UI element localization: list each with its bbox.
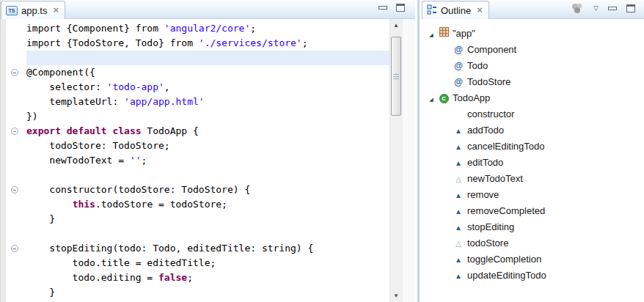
code-line[interactable]: todo.editing = false; — [6, 270, 389, 285]
outline-tab[interactable]: Outline × — [422, 1, 489, 19]
outline-item[interactable]: @Todo — [422, 57, 644, 73]
outline-item-label: addTodo — [466, 125, 504, 136]
code-line-text: import {Component} from 'angular2/core'; — [26, 21, 389, 36]
outline-item[interactable]: ▲stopEditing — [422, 218, 644, 235]
outline-item-label: removeCompleted — [466, 205, 545, 216]
gutter — [6, 168, 26, 183]
outline-item[interactable]: @TodoStore — [422, 73, 644, 89]
code-line-text: @Component({ — [26, 65, 389, 80]
gutter — [6, 139, 26, 153]
outline-item[interactable]: constructor — [422, 106, 644, 122]
ide-window: TS app.ts × import {Component} from 'ang… — [0, 0, 644, 302]
outline-item[interactable]: ▲addTodo — [422, 122, 644, 138]
outline-item[interactable]: △todoStore — [422, 235, 644, 251]
gutter — [6, 197, 26, 212]
maximize-icon[interactable] — [396, 4, 405, 12]
gutter — [6, 270, 26, 285]
collapse-fold-icon[interactable] — [11, 128, 18, 135]
annotation-icon: @ — [454, 45, 463, 55]
method-icon: ▲ — [455, 191, 462, 199]
method-icon: ▲ — [455, 127, 462, 135]
editor-panel: TS app.ts × import {Component} from 'ang… — [0, 0, 415, 302]
code-line[interactable]: stopEditing(todo: Todo, editedTitle: str… — [6, 241, 389, 256]
panel-splitter[interactable] — [415, 0, 422, 302]
vertical-scrollbar[interactable]: ▲ ▼ — [389, 19, 402, 302]
code-area[interactable]: import {Component} from 'angular2/core';… — [6, 19, 389, 302]
method-icon: ▲ — [455, 272, 462, 280]
outline-toolbar: ▽ — [571, 3, 635, 14]
code-line[interactable] — [6, 168, 389, 183]
outline-item-label: stopEditing — [466, 221, 514, 232]
code-line-text: stopEditing(todo: Todo, editedTitle: str… — [26, 241, 389, 256]
outline-item-label: newTodoText — [466, 173, 523, 184]
scrollbar-thumb[interactable] — [391, 37, 401, 116]
outline-item-label: cancelEditingTodo — [466, 141, 545, 152]
outline-item-label: Todo — [466, 60, 488, 71]
outline-item[interactable]: ◢CTodoApp — [422, 89, 644, 106]
code-line[interactable]: todoStore: TodoStore; — [6, 139, 389, 153]
code-line[interactable]: selector: 'todo-app', — [6, 80, 389, 95]
code-line-text — [26, 226, 389, 241]
code-line-text: } — [26, 285, 389, 300]
outline-tree: ◢"app"@Component@Todo@TodoStore◢CTodoApp… — [422, 19, 644, 302]
outline-item[interactable]: ▲updateEditingTodo — [422, 267, 644, 283]
code-line[interactable]: todo.title = editedTitle; — [6, 256, 389, 270]
maximize-icon[interactable] — [626, 4, 635, 12]
outline-item[interactable]: ▲cancelEditingTodo — [422, 138, 644, 154]
code-line[interactable]: }) — [6, 109, 389, 124]
code-line-text — [26, 51, 389, 65]
outline-item[interactable]: △newTodoText — [422, 170, 644, 186]
code-line[interactable]: templateUrl: 'app/app.html' — [6, 95, 389, 109]
code-line[interactable]: } — [6, 212, 389, 226]
scroll-down-icon[interactable]: ▼ — [390, 290, 402, 302]
outline-header: Outline × ▽ — [422, 0, 644, 19]
outline-item[interactable]: ▲remove — [422, 186, 644, 202]
collapse-fold-icon[interactable] — [11, 69, 18, 76]
close-icon[interactable]: × — [477, 6, 483, 15]
gutter — [6, 80, 26, 95]
field-icon: △ — [455, 175, 461, 183]
gutter — [6, 285, 26, 300]
code-line[interactable]: } — [6, 285, 389, 300]
editor-window-controls — [378, 4, 405, 12]
outline-item[interactable]: ◢"app" — [422, 25, 644, 41]
code-line[interactable]: import {Component} from 'angular2/core'; — [6, 21, 389, 36]
filters-icon[interactable] — [571, 3, 584, 14]
editor-body: import {Component} from 'angular2/core';… — [1, 19, 415, 302]
code-line[interactable] — [6, 226, 389, 241]
method-icon: ▲ — [455, 256, 462, 264]
code-line-text: todo.editing = false; — [26, 270, 389, 285]
minimize-icon[interactable] — [608, 7, 617, 10]
code-line[interactable]: import {TodoStore, Todo} from './service… — [6, 36, 389, 51]
fold-gutter — [6, 241, 26, 256]
collapse-fold-icon[interactable] — [11, 186, 18, 194]
outline-item-label: updateEditingTodo — [466, 270, 546, 281]
outline-item-label: remove — [466, 189, 499, 200]
code-line[interactable]: this.todoStore = todoStore; — [6, 197, 389, 212]
field-icon: △ — [455, 240, 461, 248]
marker-ruler — [1, 19, 6, 302]
outline-item[interactable]: ▲editTodo — [422, 154, 644, 170]
outline-item[interactable]: @Component — [422, 41, 644, 57]
code-line[interactable]: newTodoText = ''; — [6, 153, 389, 168]
outline-item[interactable]: ▲toggleCompletion — [422, 251, 644, 267]
code-line[interactable]: constructor(todoStore: TodoStore) { — [6, 183, 389, 197]
code-line[interactable] — [6, 51, 389, 65]
code-line-text: todoStore: TodoStore; — [26, 139, 389, 153]
view-menu-icon[interactable]: ▽ — [593, 4, 599, 12]
close-icon[interactable]: × — [53, 6, 59, 15]
overview-ruler — [402, 19, 415, 302]
tree-expand-icon[interactable]: ◢ — [429, 97, 433, 102]
code-line[interactable]: export default class TodoApp { — [6, 124, 389, 139]
outline-panel: Outline × ▽ ◢"app"@Component@Todo@TodoSt… — [422, 0, 644, 302]
editor-tab-app-ts[interactable]: TS app.ts × — [1, 1, 65, 19]
gutter — [6, 153, 26, 168]
scroll-up-icon[interactable]: ▲ — [390, 19, 402, 32]
code-line[interactable]: @Component({ — [6, 65, 389, 80]
minimize-icon[interactable] — [378, 6, 387, 10]
outline-item[interactable]: ▲removeCompleted — [422, 202, 644, 218]
outline-item-label: "app" — [451, 28, 475, 39]
collapse-fold-icon[interactable] — [11, 245, 18, 252]
tree-expand-icon[interactable]: ◢ — [429, 32, 433, 37]
code-line-text: templateUrl: 'app/app.html' — [26, 95, 389, 109]
